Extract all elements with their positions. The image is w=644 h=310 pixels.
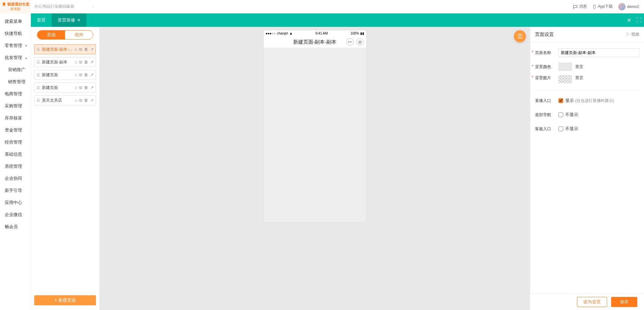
user-menu[interactable]: demo2 [618,3,639,10]
sidebar-item-ecommerce[interactable]: 电商管理 [0,88,31,100]
phone-icon [592,4,596,9]
bg-color-swatch[interactable] [558,63,572,71]
bg-color-reset[interactable]: 重置 [575,64,583,70]
phone-title: 新建页面-副本-副本 [293,39,337,45]
page-row[interactable]: ☰ 新建页面-副本-... ⌂ ⧉ 🗑 ↗ [34,44,96,54]
page-name-input[interactable] [558,48,639,57]
drag-handle-icon[interactable]: ☰ [37,47,40,52]
sidebar-item-wholesale[interactable]: 批发管理▲ [0,52,31,64]
home-icon[interactable]: ⌂ [75,85,77,90]
pages-tab-page[interactable]: 页面 [37,31,65,39]
page-row[interactable]: ☰ 新建页面 ⌂ ⧉ 🗑 ↗ [34,70,96,80]
close-tab-icon[interactable]: ✕ [77,18,80,22]
drag-handle-icon[interactable]: ☰ [37,60,40,64]
delete-icon[interactable]: 🗑 [84,47,88,52]
bg-image-label: 背景图片 [535,75,558,81]
drag-handle-icon[interactable]: ☰ [37,73,40,77]
sidebar-item-system[interactable]: 系统管理 [0,160,31,172]
message-icon [573,4,578,9]
save-button[interactable]: 保存 [611,297,637,307]
canvas: ☰ ●●●○○chanjet ▲ 9:41 AM 100%▮▮ 新建页面-副本-… [100,27,530,310]
copy-icon[interactable]: ⧉ [79,98,82,103]
share-icon[interactable]: ↗ [90,85,94,90]
share-icon[interactable]: ↗ [90,98,94,103]
home-icon[interactable]: ⌂ [75,98,77,103]
video-help-link[interactable]: ▷ 视频 [626,32,639,37]
copy-icon[interactable]: ⧉ [79,85,82,90]
editor-footer: 设为首页 保存 [530,293,644,310]
bottom-nav-label: 底部导航 [535,112,558,118]
drag-handle-icon[interactable]: ☰ [37,98,40,103]
sidebar-item-wechat[interactable]: 企业微信 [0,209,31,221]
delete-icon[interactable]: 🗑 [84,60,88,64]
share-icon[interactable]: ↗ [90,60,94,64]
page-row[interactable]: ☰ 昊天文具店 ⌂ ⧉ 🗑 ↗ [34,95,96,105]
page-row[interactable]: ☰ 新建页面 ⌂ ⧉ 🗑 ↗ [34,83,96,93]
account-select[interactable]: 办公用品行业模拟账套 ⌄ [31,0,98,13]
bg-color-label: 背景颜色 [535,64,558,70]
bg-image-reset[interactable]: 重置 [575,75,583,81]
service-entry-label: 客服入口 [535,126,558,132]
sidebar-item-retail[interactable]: 零售管理▼ [0,40,31,52]
service-entry-checkbox[interactable] [558,126,563,131]
share-icon[interactable]: ↗ [90,47,94,52]
status-time: 9:41 AM [316,32,328,35]
new-page-button[interactable]: + 新建页面 [34,295,96,305]
sidebar-item-member[interactable]: 畅会员 [0,221,31,233]
sidebar-item-enterprise[interactable]: 企业协同 [0,172,31,185]
home-icon[interactable]: ⌂ [75,47,77,52]
copy-icon[interactable]: ⧉ [79,60,82,64]
sidebar-item-basicinfo[interactable]: 基础信息 [0,148,31,160]
battery-icon: ▮▮ [360,32,364,35]
settings-title: 页面设置 [535,32,554,38]
set-home-button[interactable]: 设为首页 [577,297,607,307]
live-entry-checkbox[interactable] [558,98,563,103]
brand-logo: 畅捷通好生意 标准版 [0,0,31,13]
delete-icon[interactable]: 🗑 [84,98,88,103]
sidebar-item-guide[interactable]: 新手引导 [0,185,31,197]
sidebar-item-marketing[interactable]: 营销推广 [0,64,31,76]
phone-body[interactable] [264,48,366,222]
delete-icon[interactable]: 🗑 [84,72,88,77]
pages-panel-tabs: 页面 组件 [37,30,93,40]
sidebar-item-search[interactable]: 搜索菜单 [0,15,31,28]
sidebar-item-appcenter[interactable]: 应用中心 [0,197,31,209]
page-row[interactable]: ☰ 新建页面-副本 ⌂ ⧉ 🗑 ↗ [34,57,96,67]
sidebar-item-quicknav[interactable]: 快捷导航 [0,28,31,40]
signal-icon: ●●●○○ [266,32,276,35]
phone-preview: ●●●○○chanjet ▲ 9:41 AM 100%▮▮ 新建页面-副本-副本 [264,30,366,222]
copy-icon[interactable]: ⧉ [79,47,82,52]
phone-titlebar: 新建页面-副本-副本 [264,36,366,48]
brand-sub: 标准版 [10,7,20,11]
sidebar-item-sales[interactable]: 销售管理 [0,76,31,88]
chevron-down-icon: ⌄ [92,5,95,8]
sidebar-item-purchase[interactable]: 采购管理 [0,100,31,112]
sidebar-item-operation[interactable]: 经营管理 [0,136,31,148]
home-icon[interactable]: ⌂ [75,60,77,64]
copy-icon[interactable]: ⧉ [79,72,82,77]
drag-handle-icon[interactable]: ☰ [37,86,40,90]
float-menu-button[interactable]: ☰ [514,30,526,42]
messages-button[interactable]: 消息 [573,4,587,9]
home-icon[interactable]: ⌂ [75,72,77,77]
bottom-nav-checkbox[interactable] [558,112,563,117]
tab-page-editor[interactable]: 首页装修 ✕ [52,13,87,27]
pages-panel: 页面 组件 ☰ 新建页面-副本-... ⌂ ⧉ 🗑 ↗ ☰ 新建页面-副本 [31,27,100,310]
page-name-label: 页面名称 [535,50,558,56]
brand-text: 畅捷通好生意 [7,2,30,7]
pages-tab-component[interactable]: 组件 [65,31,93,39]
share-icon[interactable]: ↗ [90,72,94,77]
bg-image-picker[interactable] [558,75,572,83]
app-download-button[interactable]: App下载 [592,4,613,9]
mini-menu-icon[interactable] [346,38,354,46]
sidebar-item-inventory[interactable]: 库存核算 [0,112,31,124]
settings-panel: 页面设置 ▷ 视频 页面名称 背景颜色 重置 [530,27,644,293]
close-panel-button[interactable]: ✕ [624,17,634,23]
sidebar-item-finance[interactable]: 资金管理 [0,124,31,136]
brand-icon [2,2,6,7]
tab-home[interactable]: 首页 [31,13,52,27]
fullscreen-button[interactable]: ⛶ [634,17,644,23]
delete-icon[interactable]: 🗑 [84,85,88,90]
wifi-icon: ▲ [289,31,293,35]
mini-close-icon[interactable] [356,38,364,46]
